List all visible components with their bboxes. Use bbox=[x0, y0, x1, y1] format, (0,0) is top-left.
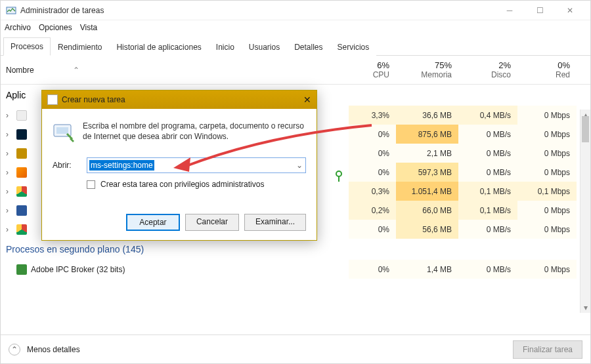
table-row[interactable]: Adobe IPC Broker (32 bits) 0% 1,4 MB 0 M… bbox=[1, 260, 590, 279]
chevron-down-icon[interactable]: ⌄ bbox=[296, 161, 303, 170]
word-icon bbox=[16, 205, 27, 216]
maximize-button[interactable]: ☐ bbox=[525, 1, 555, 20]
mem-pct: 75% bbox=[435, 60, 452, 70]
titlebar: Administrador de tareas ─ ☐ ✕ bbox=[1, 1, 590, 20]
net-pct: 0% bbox=[558, 60, 570, 70]
net-lbl: Red bbox=[556, 70, 570, 79]
col-cpu[interactable]: 6% CPU bbox=[349, 56, 396, 84]
disk-pct: 2% bbox=[498, 60, 511, 70]
photoshop-icon bbox=[16, 129, 27, 140]
chrome-icon bbox=[16, 186, 27, 197]
tab-rendimiento[interactable]: Rendimiento bbox=[51, 38, 109, 56]
cell-disk: 0,4 MB/s bbox=[458, 106, 517, 125]
section-background: Procesos en segundo plano (145) bbox=[1, 239, 590, 260]
minimize-button[interactable]: ─ bbox=[494, 1, 525, 20]
col-disk[interactable]: 2% Disco bbox=[458, 56, 517, 84]
tab-usuarios[interactable]: Usuarios bbox=[242, 38, 287, 56]
cancel-button[interactable]: Cancelar bbox=[185, 214, 239, 231]
open-value: ms-settings:home bbox=[89, 160, 154, 171]
svg-rect-2 bbox=[56, 127, 68, 134]
cpu-pct: 6% bbox=[377, 60, 389, 70]
open-label: Abrir: bbox=[53, 161, 79, 170]
tab-procesos[interactable]: Procesos bbox=[3, 37, 51, 56]
expand-icon[interactable]: › bbox=[2, 225, 12, 234]
app-icon bbox=[16, 110, 27, 121]
task-manager-icon bbox=[6, 5, 16, 16]
sort-indicator-icon: ⌃ bbox=[73, 66, 79, 75]
browse-button[interactable]: Examinar... bbox=[244, 214, 306, 231]
mem-lbl: Memoria bbox=[421, 70, 452, 79]
expand-icon[interactable]: › bbox=[2, 111, 12, 120]
menu-vista[interactable]: Vista bbox=[80, 23, 97, 32]
col-name-label: Nombre bbox=[6, 66, 34, 75]
expand-icon[interactable]: › bbox=[2, 130, 12, 139]
expand-icon[interactable]: › bbox=[2, 168, 12, 177]
menu-archivo[interactable]: Archivo bbox=[5, 23, 31, 32]
admin-checkbox-label: Crear esta tarea con privilegios adminis… bbox=[100, 180, 264, 189]
process-name: Adobe IPC Broker (32 bits) bbox=[31, 265, 283, 274]
run-program-icon bbox=[53, 121, 75, 143]
run-dialog: Crear nueva tarea ✕ Escriba el nombre de… bbox=[41, 90, 317, 241]
run-dialog-icon bbox=[47, 94, 58, 105]
col-memory[interactable]: 75% Memoria bbox=[396, 56, 458, 84]
tab-detalles[interactable]: Detalles bbox=[287, 38, 330, 56]
menubar: Archivo Opciones Vista bbox=[1, 20, 590, 35]
svg-point-5 bbox=[336, 171, 341, 176]
footer: ⌃ Menos detalles Finalizar tarea bbox=[1, 334, 590, 363]
fewer-details-label[interactable]: Menos detalles bbox=[27, 345, 80, 354]
dialog-titlebar[interactable]: Crear nueva tarea ✕ bbox=[42, 91, 317, 109]
tabbar: Procesos Rendimiento Historial de aplica… bbox=[1, 35, 590, 56]
cell-net: 0 Mbps bbox=[517, 106, 577, 125]
col-name[interactable]: Nombre ⌃ bbox=[1, 66, 283, 75]
end-task-button[interactable]: Finalizar tarea bbox=[513, 340, 582, 359]
tab-historial[interactable]: Historial de aplicaciones bbox=[109, 38, 208, 56]
menu-opciones[interactable]: Opciones bbox=[39, 23, 72, 32]
dialog-description: Escriba el nombre del programa, carpeta,… bbox=[83, 121, 306, 142]
pin-icon bbox=[334, 171, 343, 184]
cell-cpu: 3,3% bbox=[349, 106, 396, 125]
cell-mem: 36,6 MB bbox=[396, 106, 458, 125]
scroll-down-icon[interactable]: ▾ bbox=[580, 302, 590, 313]
open-combobox[interactable]: ms-settings:home ⌄ bbox=[87, 157, 306, 173]
window-title: Administrador de tareas bbox=[20, 6, 104, 15]
disk-lbl: Disco bbox=[491, 70, 511, 79]
admin-checkbox[interactable] bbox=[87, 180, 95, 189]
expand-icon[interactable]: › bbox=[2, 187, 12, 196]
ok-button[interactable]: Aceptar bbox=[126, 214, 180, 231]
dialog-close-button[interactable]: ✕ bbox=[303, 94, 311, 105]
vertical-scrollbar[interactable]: ▴ ▾ bbox=[580, 110, 590, 313]
cpu-lbl: CPU bbox=[373, 70, 389, 79]
column-headers: Nombre ⌃ 6% CPU 75% Memoria 2% Disco 0% … bbox=[1, 56, 590, 85]
chrome-icon bbox=[16, 224, 27, 235]
adobe-ipc-icon bbox=[16, 264, 27, 275]
expand-icon[interactable]: › bbox=[2, 206, 12, 215]
close-button[interactable]: ✕ bbox=[555, 1, 585, 20]
expand-icon[interactable]: › bbox=[2, 149, 12, 158]
tab-servicios[interactable]: Servicios bbox=[330, 38, 377, 56]
dialog-title: Crear nueva tarea bbox=[62, 95, 125, 104]
app-icon bbox=[16, 148, 27, 159]
fewer-details-icon[interactable]: ⌃ bbox=[9, 344, 20, 355]
firefox-icon bbox=[16, 167, 27, 178]
col-net[interactable]: 0% Red bbox=[517, 56, 577, 84]
tab-inicio[interactable]: Inicio bbox=[209, 38, 242, 56]
scroll-thumb[interactable] bbox=[582, 116, 589, 142]
